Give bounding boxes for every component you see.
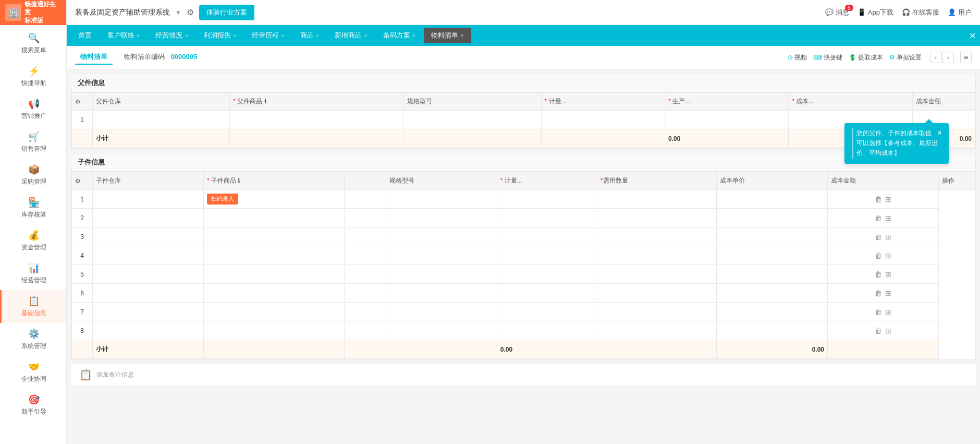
- child-unit-4[interactable]: [386, 246, 497, 265]
- global-close-icon[interactable]: ✕: [969, 31, 976, 41]
- sidebar-item-guide[interactable]: 🎯 新手引导: [0, 389, 66, 422]
- copy-icon-1[interactable]: ⊞: [885, 195, 891, 203]
- child-spec-3[interactable]: [344, 227, 386, 246]
- sidebar-item-purchase[interactable]: 📦 采购管理: [0, 159, 66, 191]
- delete-icon-5[interactable]: 🗑: [875, 270, 882, 279]
- child-unit-cost-4[interactable]: [597, 246, 716, 265]
- sidebar-item-system[interactable]: ⚙️ 系统管理: [0, 323, 66, 356]
- child-warehouse-7[interactable]: [93, 303, 204, 321]
- child-spec-7[interactable]: [344, 303, 386, 321]
- tab-barcode[interactable]: 条码方案 ×: [376, 28, 423, 43]
- parent-warehouse-1[interactable]: [93, 111, 230, 129]
- child-unit-7[interactable]: [386, 303, 497, 321]
- sub-tab-bom-list[interactable]: 物料清单: [75, 50, 113, 65]
- child-unit-cost-5[interactable]: [597, 265, 716, 284]
- copy-icon-4[interactable]: ⊞: [885, 251, 891, 260]
- copy-icon-3[interactable]: ⊞: [885, 233, 891, 241]
- child-amount-1[interactable]: [717, 190, 828, 209]
- sidebar-item-sales[interactable]: 🛒 销售管理: [0, 126, 66, 159]
- tab-barcode-close[interactable]: ×: [412, 32, 415, 39]
- child-spec-2[interactable]: [344, 209, 386, 227]
- settings-icon[interactable]: ⚙: [187, 7, 194, 17]
- system-dropdown-arrow[interactable]: ▼: [175, 9, 181, 16]
- tab-bom-close[interactable]: ×: [460, 32, 463, 39]
- child-unit-cost-1[interactable]: [597, 190, 716, 209]
- child-spec-8[interactable]: [344, 321, 386, 340]
- child-amount-4[interactable]: [717, 246, 828, 265]
- child-warehouse-6[interactable]: [93, 284, 204, 303]
- child-warehouse-8[interactable]: [93, 321, 204, 340]
- sidebar-item-enterprise[interactable]: 🤝 企业协同: [0, 356, 66, 389]
- parent-goods-1[interactable]: [230, 111, 404, 129]
- child-unit-cost-2[interactable]: [597, 209, 716, 227]
- sidebar-item-operations[interactable]: 📊 经营管理: [0, 257, 66, 290]
- delete-icon-7[interactable]: 🗑: [875, 308, 882, 316]
- trial-button[interactable]: 体验行业方案: [199, 5, 254, 20]
- child-qty-6[interactable]: [497, 284, 597, 303]
- copy-icon-2[interactable]: ⊞: [885, 214, 891, 222]
- child-goods-4[interactable]: [203, 246, 344, 265]
- child-goods-3[interactable]: [203, 227, 344, 246]
- parent-production-1[interactable]: [665, 111, 788, 129]
- child-goods-2[interactable]: [203, 209, 344, 227]
- child-unit-2[interactable]: [386, 209, 497, 227]
- tab-goods[interactable]: 商品 ×: [293, 28, 326, 43]
- child-spec-5[interactable]: [344, 265, 386, 284]
- child-goods-8[interactable]: [203, 321, 344, 340]
- child-qty-8[interactable]: [497, 321, 597, 340]
- copy-icon-6[interactable]: ⊞: [885, 289, 891, 297]
- child-qty-7[interactable]: [497, 303, 597, 321]
- child-qty-4[interactable]: [497, 246, 597, 265]
- child-spec-6[interactable]: [344, 284, 386, 303]
- copy-icon-8[interactable]: ⊞: [885, 327, 891, 335]
- online-service-item[interactable]: 🎧 在线客服: [902, 8, 939, 17]
- video-action[interactable]: ⊙ 视频: [788, 53, 807, 62]
- sidebar-item-marketing[interactable]: 📢 营销推广: [0, 93, 66, 126]
- delete-icon-6[interactable]: 🗑: [875, 289, 882, 297]
- child-warehouse-4[interactable]: [93, 246, 204, 265]
- child-warehouse-3[interactable]: [93, 227, 204, 246]
- child-qty-1[interactable]: [497, 190, 597, 209]
- prev-arrow[interactable]: ‹: [930, 52, 941, 63]
- child-qty-3[interactable]: [497, 227, 597, 246]
- child-unit-1[interactable]: [386, 190, 497, 209]
- note-text[interactable]: 添加备注信息: [96, 370, 134, 379]
- user-item[interactable]: 👤 用户: [948, 8, 972, 17]
- sidebar-item-inventory[interactable]: 🏪 库存核算: [0, 191, 66, 224]
- child-warehouse-1[interactable]: [93, 190, 204, 209]
- child-unit-cost-8[interactable]: [597, 321, 716, 340]
- child-goods-7[interactable]: [203, 303, 344, 321]
- tab-operations-close[interactable]: ×: [185, 32, 188, 39]
- list-view-button[interactable]: ≡: [960, 52, 972, 63]
- child-amount-8[interactable]: [717, 321, 828, 340]
- child-qty-2[interactable]: [497, 209, 597, 227]
- parent-unit-1[interactable]: [541, 111, 665, 129]
- delete-icon-2[interactable]: 🗑: [875, 214, 882, 222]
- child-spec-4[interactable]: [344, 246, 386, 265]
- tab-operations[interactable]: 经营情况 ×: [148, 28, 195, 43]
- tab-bom[interactable]: 物料清单 ×: [424, 28, 471, 43]
- tab-profit[interactable]: 利润报告 ×: [197, 28, 243, 43]
- tab-new-goods-close[interactable]: ×: [364, 32, 367, 39]
- sidebar-item-basic-info[interactable]: 📋 基础信息: [0, 290, 66, 323]
- sidebar-item-search[interactable]: 🔍 搜索菜单: [0, 27, 66, 60]
- child-spec-1[interactable]: [344, 190, 386, 209]
- next-arrow[interactable]: ›: [942, 52, 954, 63]
- child-amount-3[interactable]: [717, 227, 828, 246]
- delete-icon-4[interactable]: 🗑: [875, 251, 882, 260]
- tab-goods-close[interactable]: ×: [316, 32, 319, 39]
- child-amount-7[interactable]: [717, 303, 828, 321]
- shortcut-action[interactable]: ⌨ 快捷键: [813, 53, 842, 62]
- tab-profit-close[interactable]: ×: [233, 32, 236, 39]
- delete-icon-1[interactable]: 🗑: [875, 195, 882, 203]
- child-amount-5[interactable]: [717, 265, 828, 284]
- copy-icon-5[interactable]: ⊞: [885, 270, 891, 279]
- tab-home[interactable]: 首页: [71, 28, 99, 43]
- app-download-item[interactable]: 📱 App下载: [858, 8, 893, 17]
- child-warehouse-2[interactable]: [93, 209, 204, 227]
- tab-customer[interactable]: 客户联络 ×: [100, 28, 147, 43]
- scan-button[interactable]: 扫码录入: [207, 194, 238, 205]
- child-unit-8[interactable]: [386, 321, 497, 340]
- child-amount-2[interactable]: [717, 209, 828, 227]
- tab-history-close[interactable]: ×: [281, 32, 284, 39]
